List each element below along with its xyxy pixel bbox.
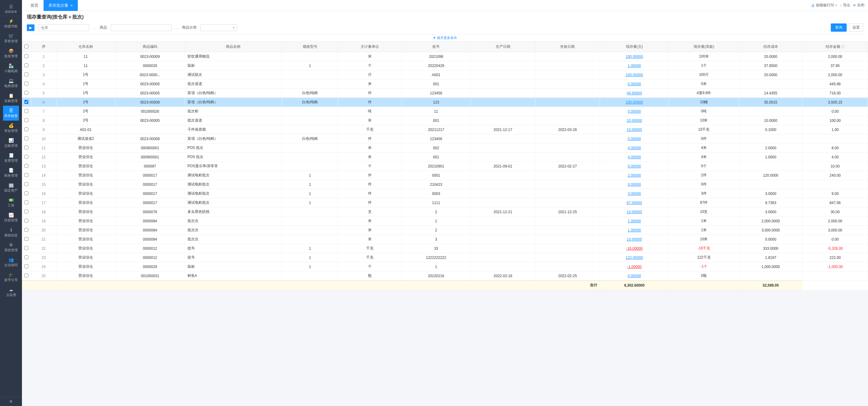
- sidebar-item-payroll[interactable]: 💵工资: [3, 195, 19, 210]
- table-row[interactable]: 13 营业综仓 000097 POS显示率/异常常 个 20210901 202…: [22, 162, 868, 171]
- row-checkbox[interactable]: [24, 63, 28, 67]
- tab-home[interactable]: 首页: [26, 0, 43, 11]
- table-row[interactable]: 12 营业综仓 000900001 POS 批次 米 001 4.00000 4…: [22, 153, 868, 162]
- table-row[interactable]: 18 营业综仓 0000078 多头黑色软线 支 2 2021-12-21 20…: [22, 207, 868, 216]
- sidebar-item-collab[interactable]: 👥企业协同: [3, 255, 19, 270]
- select-all-checkbox[interactable]: [24, 44, 28, 48]
- table-row[interactable]: 8 2号 0023-00005 批次道道 米 001 10.00000 10米 …: [22, 116, 868, 125]
- row-qty-main[interactable]: 10.00000: [600, 116, 669, 125]
- sidebar-item-invoice[interactable]: 🧾发票管理: [3, 150, 19, 165]
- table-row[interactable]: 5 1号 0023-00005 富强（白色/纯棉） 白色/纯棉 件 123456…: [22, 89, 868, 98]
- row-checkbox[interactable]: [24, 127, 28, 131]
- table-row[interactable]: 23 营业综仓 0000012 批号 1 千克 1222222222 122.0…: [22, 253, 868, 262]
- row-checkbox[interactable]: [24, 155, 28, 159]
- sidebar-item-purchase[interactable]: 📋采购管理: [3, 91, 19, 106]
- sidebar-item-guide[interactable]: 🎓新手引导: [3, 270, 19, 285]
- toolbar-print[interactable]: 🖨 按模板打印 ▼: [811, 3, 838, 8]
- row-qty-main[interactable]: 0.00000: [600, 107, 669, 116]
- row-qty-main[interactable]: 0.00000: [600, 134, 669, 143]
- row-qty-main[interactable]: 4.00000: [600, 153, 669, 162]
- row-checkbox[interactable]: [24, 273, 28, 277]
- row-checkbox[interactable]: [24, 118, 28, 122]
- table-row[interactable]: 19 营业综仓 0000084 批次次 米 1 1.00000 1米 2,000…: [22, 216, 868, 226]
- row-qty-main[interactable]: 0.00000: [600, 79, 669, 89]
- table-row[interactable]: 7 2号 001000026 批次柜 吨 11 0.00000 0吨 0.00: [22, 107, 868, 116]
- row-qty-main[interactable]: 1.00000: [600, 61, 669, 70]
- row-checkbox[interactable]: [24, 209, 28, 213]
- row-checkbox[interactable]: [24, 100, 28, 104]
- sidebar-item-ecommerce[interactable]: 💻电商管理: [3, 76, 19, 91]
- tab-inventory-batch[interactable]: 库存批次量 ✕: [43, 0, 78, 11]
- row-qty-main[interactable]: 100.00000: [600, 52, 669, 61]
- row-qty-main[interactable]: 87.00000: [600, 198, 669, 207]
- row-qty-main[interactable]: 2.00000: [600, 171, 669, 180]
- table-row[interactable]: 10 测试道道2 0023-00008 富强（白色/纯棉） 白色/纯棉 件 12…: [22, 134, 868, 143]
- table-row[interactable]: 16 营业综仓 0000017 测试电柜批次 1 件 0003 3.00000 …: [22, 189, 868, 198]
- row-qty-main[interactable]: 122.00000: [600, 253, 669, 262]
- row-checkbox[interactable]: [24, 164, 28, 168]
- row-checkbox[interactable]: [24, 182, 28, 186]
- table-row[interactable]: 22 营业综仓 0000012 批号 1 千克 33 -16.00000 -16…: [22, 244, 868, 253]
- table-row[interactable]: 9 A01-01 子件保质期 千克 20211217 2021-12-17 20…: [22, 125, 868, 134]
- row-qty-main[interactable]: -16.00000: [600, 244, 669, 253]
- sidebar-item-tax[interactable]: 📑税务管理: [3, 165, 19, 180]
- sidebar-item-inventory[interactable]: 🗄库存核查: [3, 106, 19, 121]
- row-qty-main[interactable]: 1.00000: [600, 226, 669, 235]
- table-row[interactable]: 20 营业综仓 0000084 批次次 米 2 1.00000 1米 3,000…: [22, 226, 868, 235]
- table-row[interactable]: 15 营业综仓 0000017 测试电柜批次 1 件 210423 0.0000…: [22, 180, 868, 189]
- toolbar-export[interactable]: ↑ 导出: [840, 3, 850, 8]
- sidebar-item-mini-shop[interactable]: 🏪小额电商: [3, 61, 19, 76]
- row-checkbox[interactable]: [24, 264, 28, 268]
- row-checkbox[interactable]: [24, 228, 28, 232]
- row-qty-main[interactable]: 100.00000: [600, 70, 669, 79]
- table-row[interactable]: 24 营业综仓 0000029 鼠标 1 个 1 -1.00000 -1个 1,…: [22, 262, 868, 271]
- table-row[interactable]: 3 1号 0023-0000... 测试批次 斤 A001 100.00000 …: [22, 70, 868, 79]
- table-row[interactable]: 2 11 0000029 鼠标 1 个 20220429 1.00000 1个 …: [22, 61, 868, 70]
- table-row[interactable]: 21 营业综仓 0000084 批次次 米 3 10.00000 10米 0.0…: [22, 235, 868, 244]
- row-qty-main[interactable]: 0.00000: [600, 180, 669, 189]
- category-select[interactable]: [200, 24, 237, 31]
- row-checkbox[interactable]: [24, 191, 28, 195]
- sidebar-item-system[interactable]: ⚙系统管理: [3, 240, 19, 255]
- table-row[interactable]: 1 11 0023-00009 软饮通用物流 米 2021098 100.000…: [22, 52, 868, 61]
- row-checkbox[interactable]: [24, 72, 28, 76]
- row-checkbox[interactable]: [24, 109, 28, 113]
- sidebar-item-general[interactable]: 📊总账管理: [3, 136, 19, 150]
- row-qty-main[interactable]: 49.60000: [600, 89, 669, 98]
- row-qty-main[interactable]: 1.00000: [600, 216, 669, 226]
- table-row[interactable]: 25 营业综仓 001000031 鲜鱼A 瓶 20220216 2022-02…: [22, 271, 868, 281]
- table-row[interactable]: 14 营业综仓 0000017 测试电柜批次 1 件 0001 2.00000 …: [22, 171, 868, 180]
- sidebar-item-quick-nav[interactable]: ⚡快捷导航: [3, 16, 19, 31]
- settings-button[interactable]: 设置: [849, 24, 863, 32]
- sidebar-search[interactable]: ☰ 搜索菜单: [0, 2, 22, 16]
- row-checkbox[interactable]: [24, 91, 28, 95]
- table-row[interactable]: 6 1号 0023-00008 富强（白色/纯棉） 白色/纯棉 件 123 10…: [22, 98, 868, 107]
- row-checkbox[interactable]: [24, 136, 28, 140]
- row-qty-main[interactable]: 10.00000: [600, 207, 669, 216]
- row-qty-main[interactable]: 10.00000: [600, 235, 669, 244]
- goods-input[interactable]: [111, 24, 172, 31]
- sidebar-settings[interactable]: ⚙: [0, 397, 22, 406]
- row-checkbox[interactable]: [24, 200, 28, 204]
- row-checkbox[interactable]: [24, 237, 28, 241]
- table-row[interactable]: 4 1号 0023-00005 批次道道 米 001 0.00000 0米 44…: [22, 79, 868, 89]
- sidebar-item-wholesale[interactable]: 📦批发管理: [3, 46, 19, 61]
- row-checkbox[interactable]: [24, 255, 28, 259]
- row-qty-main[interactable]: 10.00000: [600, 125, 669, 134]
- tab-close-icon[interactable]: ✕: [70, 0, 73, 11]
- table-row[interactable]: 11 营业综仓 000900001 POS 批次 米 002 4.00000 4…: [22, 143, 868, 153]
- expand-conditions-btn[interactable]: ▼ 展开更多条件: [433, 36, 457, 40]
- row-checkbox[interactable]: [24, 81, 28, 86]
- warehouse-input[interactable]: [38, 24, 89, 31]
- row-qty-main[interactable]: 0.00000: [600, 271, 669, 281]
- toolbar-close[interactable]: ✕ 关闭: [853, 3, 864, 8]
- query-button[interactable]: 查询: [831, 24, 847, 32]
- row-checkbox[interactable]: [24, 145, 28, 149]
- row-checkbox[interactable]: [24, 219, 28, 223]
- row-qty-main[interactable]: 0.00000: [600, 162, 669, 171]
- sidebar-item-ops[interactable]: 📈经营管理: [3, 210, 19, 225]
- row-qty-main[interactable]: -1.00000: [600, 262, 669, 271]
- row-qty-main[interactable]: 3.00000: [600, 189, 669, 198]
- row-checkbox[interactable]: [24, 173, 28, 177]
- table-row[interactable]: 17 营业综仓 0000017 测试电柜批次 1 件 1111 87.00000…: [22, 198, 868, 207]
